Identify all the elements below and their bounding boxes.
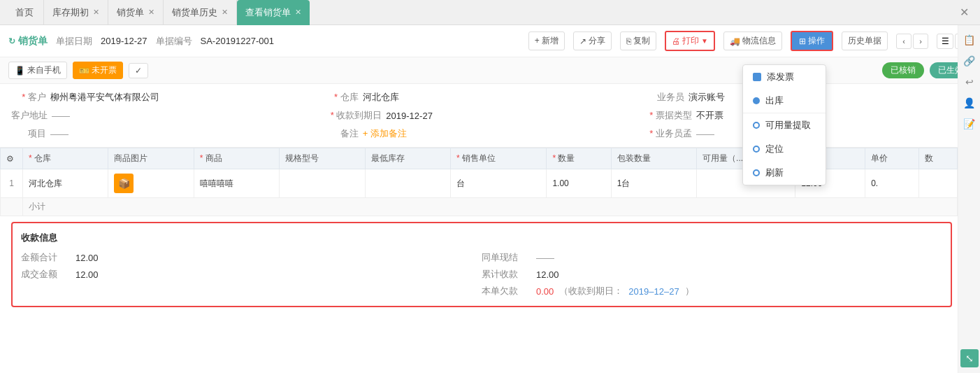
row-sales-unit: 台 — [450, 169, 546, 198]
subtotal-label: 小计 — [23, 198, 958, 216]
view-list-button[interactable]: ☰ — [937, 34, 953, 49]
history-button[interactable]: 历史单据 — [842, 31, 888, 50]
tab-view-sales[interactable]: 查看销货单 ✕ — [237, 0, 310, 25]
doc-number-value: SA-20191227-001 — [201, 36, 275, 46]
logistics-button[interactable]: 🚚 物流信息 — [723, 31, 782, 50]
nav-prev-button[interactable]: ‹ — [896, 34, 911, 49]
tab-inventory[interactable]: 库存期初 ✕ — [44, 0, 108, 25]
dropdown-item-locate[interactable]: 定位 — [743, 137, 826, 161]
doc-date-label: 单据日期 — [56, 35, 92, 48]
warehouse-value: 河北仓库 — [363, 91, 399, 104]
tab-inventory-close[interactable]: ✕ — [93, 8, 99, 17]
payment-total-field: 金额合计 12.00 — [21, 251, 482, 264]
row-num: 1 — [1, 169, 23, 198]
transaction-label: 成交金额 — [21, 268, 70, 281]
tab-home[interactable]: 首页 — [6, 0, 44, 25]
project-field: 项目 —— — [11, 127, 331, 140]
add-remark-button[interactable]: + 添加备注 — [363, 127, 407, 140]
verify-icon: ✓ — [135, 66, 142, 76]
ticket-icon: 🎫 — [79, 66, 89, 76]
payment-date-field: * 收款到期日 2019-12-27 — [331, 109, 650, 122]
biz-staff-value: —— — [696, 129, 714, 139]
copy-button[interactable]: ⎘ 复制 — [620, 31, 656, 50]
tab-sales[interactable]: 销货单 ✕ — [108, 0, 164, 25]
same-settlement-value: —— — [536, 253, 554, 263]
biz-staff-label: * 业务员孟 — [649, 127, 692, 140]
logistics-icon: 🚚 — [730, 36, 740, 46]
outbound-icon — [753, 97, 760, 104]
operate-button[interactable]: ⊞ 操作 — [791, 31, 833, 51]
operate-grid-icon: ⊞ — [799, 36, 806, 46]
print-dropdown-arrow[interactable]: ▼ — [701, 37, 708, 45]
print-button[interactable]: 🖨 打印 ▼ — [665, 31, 715, 51]
row-pack-qty: 1台 — [611, 169, 696, 198]
sidebar-icon-user[interactable]: 👤 — [960, 94, 979, 112]
col-pack-qty: 包装数量 — [611, 148, 696, 169]
payment-date-value: 2019-12-27 — [386, 111, 433, 121]
col-settings[interactable]: ⚙ — [1, 148, 23, 169]
nav-next-button[interactable]: › — [913, 34, 928, 49]
verify-button[interactable]: ✓ — [129, 63, 148, 78]
total-label: 金额合计 — [21, 251, 70, 264]
balance-date: 2019–12–27 — [628, 286, 679, 297]
product-img-icon: 📦 — [118, 178, 130, 189]
balance-note: （收款到期日： — [559, 285, 623, 297]
nav-arrows: ‹ › — [896, 34, 928, 49]
balance-close: ） — [685, 285, 694, 297]
not-opened-button[interactable]: 🎫 未开票 — [73, 62, 123, 79]
copy-icon: ⎘ — [626, 36, 631, 46]
payment-balance-field: 本单欠款 0.00 （收款到期日： 2019–12–27 ） — [482, 285, 942, 297]
available-qty-icon — [753, 122, 760, 129]
locate-icon — [753, 146, 760, 153]
print-icon: 🖨 — [672, 36, 680, 46]
add-invoice-icon — [753, 73, 761, 81]
sidebar-icon-link[interactable]: 🔗 — [960, 52, 979, 70]
from-phone-button[interactable]: 📱 来自手机 — [8, 62, 67, 79]
subtotal-row: 小计 — [1, 198, 958, 216]
payment-cumulative-field: 累计收款 12.00 — [482, 268, 942, 281]
col-warehouse: * 仓库 — [23, 148, 108, 169]
cumulative-label: 累计收款 — [482, 268, 531, 281]
col-spec: 规格型号 — [280, 148, 365, 169]
tab-sales-close[interactable]: ✕ — [148, 8, 154, 17]
row-min-stock — [365, 169, 450, 198]
staff-value: 演示账号 — [689, 91, 725, 104]
row-unit-price: 0. — [865, 169, 919, 198]
warehouse-field: * 仓库 河北仓库 — [331, 91, 650, 104]
tab-sales-history-close[interactable]: ✕ — [222, 8, 228, 17]
row-quantity: 1.00 — [547, 169, 611, 198]
payment-section: 收款信息 金额合计 12.00 同单现结 —— 成交金额 12.00 累计收款 … — [11, 222, 952, 307]
tab-sales-history[interactable]: 销货单历史 ✕ — [164, 0, 237, 25]
ticket-type-value: 不开票 — [696, 109, 723, 122]
share-button[interactable]: ↗ 分享 — [573, 31, 612, 50]
transaction-value: 12.00 — [75, 269, 99, 280]
dropdown-item-refresh[interactable]: 刷新 — [743, 161, 826, 185]
customer-value: 柳州粤港平安气体有限公司 — [50, 91, 159, 104]
dropdown-item-outbound[interactable]: 出库 — [743, 89, 826, 113]
address-value: —— — [52, 111, 70, 121]
col-product: * 商品 — [194, 148, 279, 169]
new-button[interactable]: + 新增 — [528, 31, 565, 50]
payment-date-label: * 收款到期日 — [331, 109, 382, 122]
customer-label: * 客户 — [11, 91, 46, 104]
staff-label: 业务员 — [649, 91, 684, 104]
project-value: —— — [50, 129, 69, 139]
dropdown-item-add-invoice[interactable]: 添发票 — [743, 65, 826, 89]
sidebar-icon-note[interactable]: 📝 — [960, 115, 979, 133]
tab-view-sales-close[interactable]: ✕ — [295, 8, 301, 17]
right-sidebar: 📋 🔗 ↩ 👤 📝 ⤡ — [958, 25, 980, 373]
doc-type-label: ↻ 销货单 — [8, 35, 48, 48]
remark-label: 备注 — [331, 127, 359, 140]
doc-date-value: 2019-12-27 — [101, 36, 147, 46]
dropdown-item-available-qty[interactable]: 可用量提取 — [743, 113, 826, 137]
doc-number-label: 单据编号 — [156, 35, 192, 48]
customer-field: * 客户 柳州粤港平安气体有限公司 — [11, 91, 331, 104]
address-label: 客户地址 — [11, 109, 48, 122]
col-sales-unit: * 销售单位 — [450, 148, 546, 169]
col-amount: 数 — [919, 148, 958, 169]
close-all-button[interactable]: ✕ — [954, 6, 974, 19]
row-warehouse: 河北仓库 — [23, 169, 108, 198]
sidebar-icon-expand[interactable]: ⤡ — [960, 349, 979, 367]
sidebar-icon-back[interactable]: ↩ — [960, 73, 979, 91]
sidebar-icon-document[interactable]: 📋 — [960, 31, 979, 49]
